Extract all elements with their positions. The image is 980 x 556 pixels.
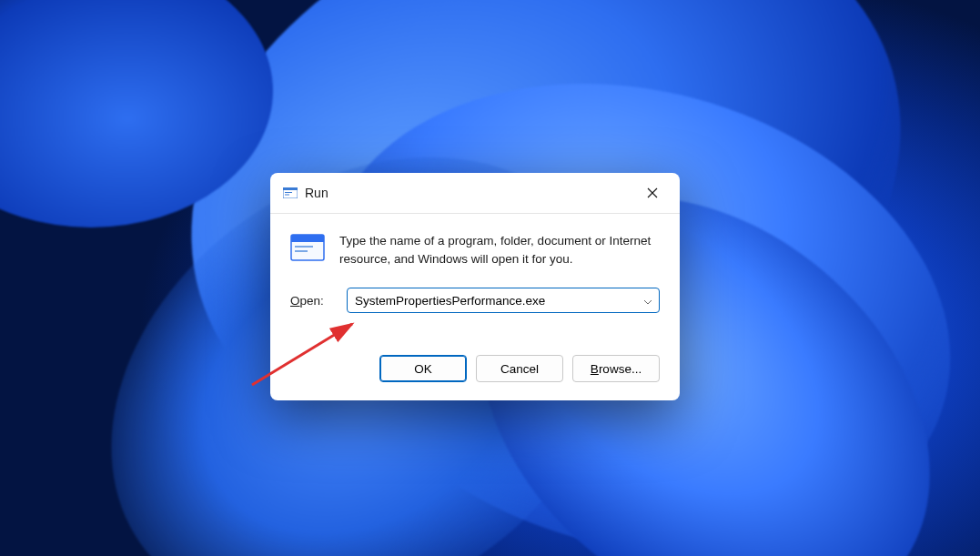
info-text: Type the name of a program, folder, docu… [339,232,660,268]
open-row: Open: [290,288,660,313]
run-program-icon [290,234,325,261]
run-dialog: Run Type the name of a program, folder, … [270,173,680,400]
titlebar[interactable]: Run [270,173,680,214]
ok-button[interactable]: OK [379,355,467,382]
dialog-body: Type the name of a program, folder, docu… [270,214,680,339]
svg-rect-8 [295,250,308,252]
close-icon [647,187,658,198]
button-row: OK Cancel Browse... [270,339,680,400]
svg-rect-1 [283,187,298,190]
dialog-title: Run [305,186,636,200]
browse-button[interactable]: Browse... [572,355,660,382]
svg-rect-6 [291,240,324,242]
open-input[interactable] [347,288,660,313]
info-row: Type the name of a program, folder, docu… [290,232,660,268]
run-title-icon [283,187,298,199]
cancel-button[interactable]: Cancel [476,355,563,382]
svg-rect-7 [295,246,313,248]
svg-rect-2 [285,192,292,193]
open-label: Open: [290,294,334,308]
close-button[interactable] [636,180,669,206]
svg-rect-3 [285,195,289,196]
open-combobox[interactable] [347,288,660,313]
